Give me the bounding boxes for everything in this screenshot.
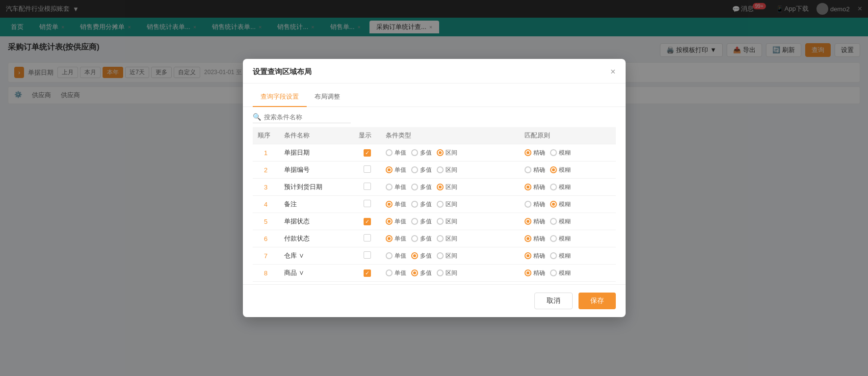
radio-match-精确[interactable]: 精确 bbox=[525, 200, 545, 209]
radio-type-单值[interactable]: 单值 bbox=[386, 217, 406, 226]
radio-match-精确[interactable]: 精确 bbox=[525, 149, 545, 157]
radio-type-单值[interactable]: 单值 bbox=[386, 269, 406, 277]
radio-type-多值[interactable]: 多值 bbox=[411, 200, 432, 209]
cell-type: 单值多值区间 bbox=[381, 265, 520, 282]
radio-type-多值[interactable]: 多值 bbox=[411, 235, 432, 243]
col-display: 显示 bbox=[354, 127, 380, 144]
radio-match-模糊[interactable]: 模糊 bbox=[550, 252, 571, 260]
cell-type: 单值多值区间 bbox=[381, 179, 520, 196]
radio-match-精确[interactable]: 精确 bbox=[525, 166, 545, 174]
checkbox[interactable] bbox=[364, 165, 371, 173]
checkbox[interactable] bbox=[364, 218, 371, 225]
radio-type-多值[interactable]: 多值 bbox=[411, 183, 432, 191]
radio-match-模糊[interactable]: 模糊 bbox=[550, 149, 571, 157]
radio-type-多值[interactable]: 多值 bbox=[411, 217, 432, 226]
radio-circle bbox=[411, 218, 418, 225]
radio-match-模糊[interactable]: 模糊 bbox=[550, 235, 571, 243]
cell-match: 精确模糊 bbox=[520, 196, 616, 213]
dialog-close-btn[interactable]: × bbox=[610, 67, 616, 77]
radio-type-区间[interactable]: 区间 bbox=[437, 200, 457, 209]
cell-checkbox[interactable] bbox=[354, 265, 380, 282]
radio-circle bbox=[525, 252, 531, 259]
cell-type: 单值多值区间 bbox=[381, 144, 520, 161]
checkbox[interactable] bbox=[364, 251, 371, 259]
radio-circle bbox=[386, 235, 393, 242]
checkbox[interactable] bbox=[364, 149, 371, 157]
radio-circle bbox=[550, 166, 557, 173]
cell-checkbox[interactable] bbox=[354, 161, 380, 179]
dialog-table-wrap: 顺序 条件名称 显示 条件类型 匹配原则 1单据日期单值多值区间精确模糊2单据编… bbox=[243, 127, 626, 284]
radio-circle bbox=[386, 166, 393, 173]
cell-checkbox[interactable] bbox=[354, 213, 380, 230]
cell-name: 单据日期 bbox=[279, 144, 354, 161]
radio-circle bbox=[550, 149, 557, 156]
cell-type: 单值多值区间 bbox=[381, 247, 520, 265]
cell-checkbox[interactable] bbox=[354, 196, 380, 213]
radio-match-模糊[interactable]: 模糊 bbox=[550, 269, 571, 277]
checkbox[interactable] bbox=[364, 183, 371, 190]
radio-match-精确[interactable]: 精确 bbox=[525, 217, 545, 226]
radio-match-精确[interactable]: 精确 bbox=[525, 269, 545, 277]
radio-match-模糊[interactable]: 模糊 bbox=[550, 200, 571, 209]
radio-circle bbox=[525, 184, 531, 190]
radio-circle bbox=[550, 269, 557, 276]
radio-match-模糊[interactable]: 模糊 bbox=[550, 183, 571, 191]
radio-type-区间[interactable]: 区间 bbox=[437, 235, 457, 243]
cell-checkbox[interactable] bbox=[354, 144, 380, 161]
radio-circle bbox=[437, 269, 444, 276]
radio-type-多值[interactable]: 多值 bbox=[411, 149, 432, 157]
radio-circle bbox=[550, 235, 557, 242]
radio-type-区间[interactable]: 区间 bbox=[437, 166, 457, 174]
cell-match: 精确模糊 bbox=[520, 179, 616, 196]
table-row: 3预计到货日期单值多值区间精确模糊 bbox=[253, 179, 616, 196]
radio-type-区间[interactable]: 区间 bbox=[437, 217, 457, 226]
cell-order: 4 bbox=[253, 196, 279, 213]
radio-circle bbox=[386, 269, 393, 276]
tab-layout-adjust[interactable]: 布局调整 bbox=[307, 89, 348, 107]
radio-circle bbox=[525, 235, 531, 242]
radio-type-区间[interactable]: 区间 bbox=[437, 183, 457, 191]
radio-type-区间[interactable]: 区间 bbox=[437, 149, 457, 157]
radio-match-模糊[interactable]: 模糊 bbox=[550, 217, 571, 226]
cell-match: 精确模糊 bbox=[520, 247, 616, 265]
cell-type: 单值多值区间 bbox=[381, 213, 520, 230]
radio-type-多值[interactable]: 多值 bbox=[411, 269, 432, 277]
checkbox[interactable] bbox=[364, 234, 371, 242]
type-radio-group: 单值多值区间 bbox=[386, 166, 515, 174]
cell-checkbox[interactable] bbox=[354, 247, 380, 265]
radio-match-精确[interactable]: 精确 bbox=[525, 252, 545, 260]
radio-circle bbox=[411, 269, 418, 276]
radio-circle bbox=[550, 184, 557, 190]
radio-type-单值[interactable]: 单值 bbox=[386, 252, 406, 260]
radio-type-多值[interactable]: 多值 bbox=[411, 166, 432, 174]
checkbox[interactable] bbox=[364, 269, 371, 277]
type-radio-group: 单值多值区间 bbox=[386, 200, 515, 209]
radio-circle bbox=[525, 166, 531, 173]
checkbox[interactable] bbox=[364, 200, 371, 207]
radio-match-精确[interactable]: 精确 bbox=[525, 235, 545, 243]
radio-circle bbox=[411, 252, 418, 259]
radio-type-单值[interactable]: 单值 bbox=[386, 183, 406, 191]
radio-circle bbox=[411, 149, 418, 156]
cell-checkbox[interactable] bbox=[354, 179, 380, 196]
cell-name: 仓库 ∨ bbox=[279, 247, 354, 265]
cancel-btn[interactable]: 取消 bbox=[534, 293, 573, 309]
radio-type-多值[interactable]: 多值 bbox=[411, 252, 432, 260]
radio-match-模糊[interactable]: 模糊 bbox=[550, 166, 571, 174]
radio-type-单值[interactable]: 单值 bbox=[386, 166, 406, 174]
radio-type-区间[interactable]: 区间 bbox=[437, 269, 457, 277]
tab-query-fields[interactable]: 查询字段设置 bbox=[253, 89, 307, 107]
radio-type-区间[interactable]: 区间 bbox=[437, 252, 457, 260]
table-row: 6付款状态单值多值区间精确模糊 bbox=[253, 230, 616, 247]
cell-match: 精确模糊 bbox=[520, 144, 616, 161]
cell-name: 预计到货日期 bbox=[279, 179, 354, 196]
search-input[interactable] bbox=[264, 113, 342, 121]
radio-type-单值[interactable]: 单值 bbox=[386, 149, 406, 157]
match-radio-group: 精确模糊 bbox=[525, 200, 611, 209]
radio-type-单值[interactable]: 单值 bbox=[386, 200, 406, 209]
radio-type-单值[interactable]: 单值 bbox=[386, 235, 406, 243]
save-btn[interactable]: 保存 bbox=[579, 293, 616, 309]
type-radio-group: 单值多值区间 bbox=[386, 235, 515, 243]
radio-match-精确[interactable]: 精确 bbox=[525, 183, 545, 191]
cell-checkbox[interactable] bbox=[354, 230, 380, 247]
